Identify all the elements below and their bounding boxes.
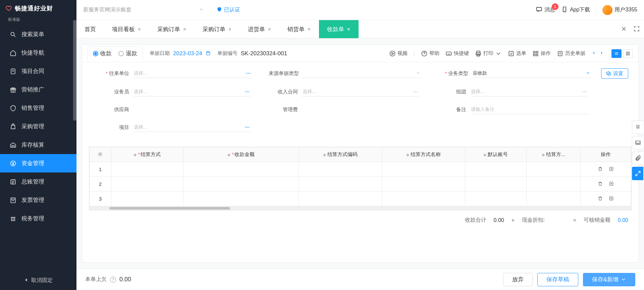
bill-date-value[interactable]: 2023-03-24 (173, 50, 202, 57)
sidebar-item-label: 税务管理 (21, 215, 44, 222)
project-select[interactable]: 选择...⋯ (133, 123, 251, 132)
tabs-fullscreen-button[interactable] (633, 25, 640, 33)
biz-type-select[interactable]: 应收款 (472, 69, 591, 78)
more-icon[interactable]: ⋯ (246, 71, 251, 76)
salesman-select[interactable]: 选择...⋯ (133, 87, 251, 96)
svg-rect-16 (509, 51, 513, 56)
col-default-acct[interactable]: ◆默认账号 (465, 147, 526, 162)
table-row[interactable]: 3 (90, 192, 631, 206)
sidebar-item-sales[interactable]: 销售管理 (0, 99, 76, 117)
form-label-text: 业务员 (114, 89, 129, 94)
document-icon (9, 68, 17, 75)
discard-button[interactable]: 放弃 (503, 273, 533, 286)
close-icon[interactable]: ✕ (138, 27, 141, 32)
sidebar-item-inventory[interactable]: 库存核算 (0, 136, 76, 154)
more-icon[interactable]: ⋯ (582, 89, 587, 94)
view-toggle (611, 49, 633, 58)
receipt-form: *往来单位 选择...⋯ 来源单据类型 *业务类型 应收款 设置 (82, 62, 638, 143)
receipt-panel: 收款 退款 单据日期 2023-03-24 单据编号 SK-20230324-0… (82, 45, 639, 263)
side-tool-attachment[interactable] (632, 151, 643, 165)
delete-row-button[interactable] (598, 181, 603, 187)
sidebar-item-quicknav[interactable]: 快捷导航 (0, 44, 76, 62)
sidebar-item-purchase[interactable]: 采购管理 (0, 117, 76, 136)
radio-refund[interactable]: 退款 (118, 50, 137, 57)
close-icon[interactable]: ✕ (183, 27, 186, 32)
remark-input[interactable]: 请输入备注 (470, 105, 588, 114)
income-contract-select[interactable]: 选择...⋯ (302, 87, 420, 96)
save-draft-button[interactable]: 保存草稿 (537, 273, 578, 286)
help-icon[interactable]: ? (110, 277, 116, 283)
col-amount[interactable]: ◆*收款金额 (183, 147, 299, 162)
col-settle-name[interactable]: ◆结算方式名称 (382, 147, 465, 162)
side-tool-inbox[interactable] (632, 136, 643, 149)
print-button[interactable]: 打印 (475, 50, 502, 57)
add-row-button[interactable] (609, 196, 614, 202)
source-type-select[interactable] (303, 69, 422, 78)
close-icon[interactable]: ✕ (228, 27, 232, 32)
table-config-button[interactable] (90, 147, 111, 162)
delete-row-button[interactable] (598, 166, 603, 172)
tab-label: 收款单 (327, 25, 344, 33)
sidebar-item-funds[interactable]: 资金管理 (0, 154, 76, 172)
settings-button[interactable]: 设置 (601, 68, 628, 79)
user-menu[interactable]: 用户3355 (602, 5, 637, 15)
toolbar-label: 打印 (483, 50, 493, 57)
tab-receipt[interactable]: 收款单✕ (319, 20, 359, 38)
tenant-select[interactable]: 新服务官网演示账套 (83, 6, 211, 13)
col-action: 操作 (581, 147, 631, 162)
calendar-icon[interactable] (206, 51, 211, 57)
bill-no-label: 单据编号 (217, 50, 237, 57)
messages-button[interactable]: 消息 1 (536, 6, 555, 14)
view-list-button[interactable] (611, 49, 622, 58)
save-and-new-button[interactable]: 保存&新增 (583, 273, 635, 286)
sidebar-unpin[interactable]: 取消固定 (0, 271, 76, 290)
history-button[interactable]: 历史单据 (557, 50, 585, 57)
partner-select[interactable]: 选择...⋯ (133, 69, 252, 78)
tabs-close-all-button[interactable] (621, 25, 627, 33)
table-row[interactable]: 2 (90, 177, 631, 192)
close-icon[interactable]: ✕ (307, 27, 311, 32)
sidebar-item-project-contract[interactable]: 项目合同 (0, 62, 76, 80)
add-row-button[interactable] (609, 181, 614, 187)
video-button[interactable]: 视频 (389, 50, 408, 57)
delete-row-button[interactable] (598, 196, 603, 202)
close-icon[interactable]: ✕ (268, 27, 271, 32)
tab-sales-order[interactable]: 销货单✕ (279, 20, 319, 38)
help-button[interactable]: 帮助 (421, 50, 439, 57)
more-icon[interactable]: ⋯ (413, 89, 419, 94)
col-settle-more[interactable]: ◆结算方... (526, 147, 581, 162)
view-grid-button[interactable] (623, 49, 633, 58)
tab-purchase-order-1[interactable]: 采购订单✕ (149, 20, 195, 38)
more-icon[interactable]: ⋯ (245, 125, 250, 130)
table-row[interactable]: 1 (90, 162, 631, 177)
table-horizontal-scrollbar[interactable] (89, 206, 631, 210)
radio-receive[interactable]: 收款 (93, 50, 112, 57)
tab-project-board[interactable]: 项目看板✕ (104, 20, 149, 38)
sidebar-item-marketing[interactable]: 营销推广 (0, 80, 76, 99)
app-download-button[interactable]: App下载 (561, 6, 590, 14)
shortcut-button[interactable]: 快捷键 (445, 50, 469, 57)
col-settle-method[interactable]: ◆*结算方式 (111, 147, 183, 162)
svg-point-27 (100, 153, 101, 155)
group-select[interactable]: 选择...⋯ (470, 87, 588, 96)
tab-home[interactable]: 首页 (76, 20, 104, 38)
add-row-button[interactable] (609, 166, 614, 172)
more-icon[interactable]: ⋯ (245, 89, 250, 94)
select-order-button[interactable]: 选单 (508, 50, 526, 57)
tab-purchase-order-2[interactable]: 采购订单✕ (195, 20, 240, 38)
main: 新服务官网演示账套 已认证 消息 1 App下载 用户3355 (76, 0, 644, 290)
sidebar-item-search[interactable]: 搜索菜单 (0, 25, 76, 44)
side-tool-expand[interactable] (632, 167, 643, 180)
sidebar-scrollbar[interactable] (73, 20, 76, 121)
sidebar-item-invoice[interactable]: 发票管理 (0, 191, 76, 209)
tab-goods-in[interactable]: 进货单✕ (240, 20, 279, 38)
shield-icon (217, 7, 222, 13)
close-icon[interactable]: ✕ (347, 27, 351, 32)
operate-button[interactable]: 操作 (532, 50, 551, 57)
col-settle-code[interactable]: ◆结算方式编码 (299, 147, 382, 162)
prev-record-button[interactable] (591, 51, 597, 57)
next-record-button[interactable] (599, 51, 605, 57)
sidebar-item-tax[interactable]: 税务管理 (0, 209, 76, 228)
sidebar-item-ledger[interactable]: 总账管理 (0, 172, 76, 191)
side-tool-draft[interactable]: 草 (632, 121, 643, 134)
